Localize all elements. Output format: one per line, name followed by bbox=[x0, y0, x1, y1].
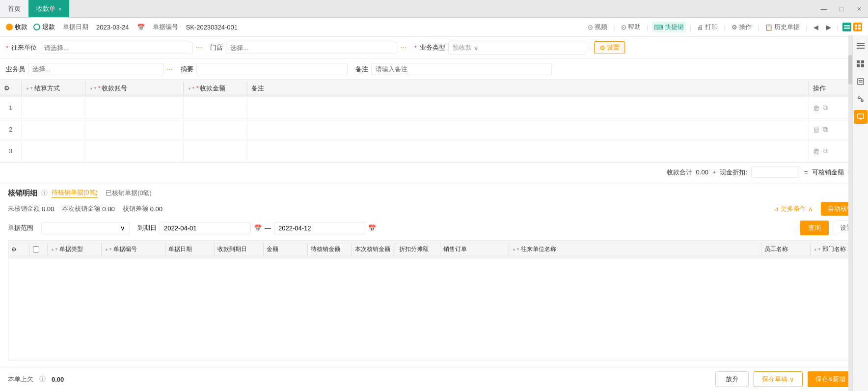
table-settings-header[interactable]: ⚙ bbox=[0, 82, 22, 95]
right-panel-btn-4[interactable] bbox=[854, 92, 868, 106]
shortcut-icon: ⌨ bbox=[654, 24, 663, 31]
copy-btn-2[interactable]: ⧉ bbox=[823, 125, 828, 134]
discount-input[interactable] bbox=[751, 167, 800, 178]
row-num-1: 1 bbox=[0, 97, 22, 118]
minimize-button[interactable]: — bbox=[815, 0, 833, 18]
partner-input[interactable] bbox=[40, 42, 193, 54]
svg-rect-9 bbox=[857, 48, 865, 49]
amount-cell-2[interactable] bbox=[184, 119, 247, 140]
home-tab-label: 首页 bbox=[8, 4, 21, 13]
receipt-radio[interactable]: 收款 bbox=[6, 23, 27, 31]
select-all-checkbox[interactable] bbox=[33, 246, 39, 252]
help-button[interactable]: ⊙ 帮助 bbox=[619, 22, 643, 32]
filter-chevron-icon: ∨ bbox=[120, 224, 125, 232]
date-from-input[interactable] bbox=[160, 222, 251, 234]
business-type-select[interactable]: 预收款 ∨ bbox=[448, 41, 586, 55]
entry-table: ⚙ ▲▼ 结算方式 ▲▼ * 收款账号 ▲▼ * 收款金额 备注 操作 bbox=[0, 80, 868, 163]
main-content: 收款 退款 单据日期 2023-03-24 📅 单据编号 SK-20230324… bbox=[0, 18, 868, 391]
tab-close-icon[interactable]: × bbox=[58, 6, 61, 12]
tab-home[interactable]: 首页 bbox=[0, 0, 28, 17]
remark-input[interactable] bbox=[371, 63, 552, 75]
maximize-button[interactable]: □ bbox=[833, 0, 850, 18]
account-cell-2[interactable] bbox=[85, 119, 184, 140]
scroll-thumb bbox=[848, 55, 852, 84]
store-field: 门店 ··· bbox=[210, 42, 407, 54]
query-button[interactable]: 查询 bbox=[800, 221, 829, 235]
right-panel-btn-1[interactable] bbox=[854, 39, 868, 53]
settlement-cell-2[interactable] bbox=[22, 119, 85, 140]
settlement-cell-3[interactable] bbox=[22, 140, 85, 162]
dt-settings-header[interactable]: ⚙ bbox=[8, 244, 30, 255]
bottom-info-icon[interactable]: ⓘ bbox=[39, 375, 46, 384]
info-icon[interactable]: ⓘ bbox=[41, 189, 48, 197]
svg-point-17 bbox=[858, 97, 860, 99]
remark-cell-3[interactable] bbox=[247, 140, 809, 162]
tab-receipt[interactable]: 收款单 × bbox=[28, 0, 69, 17]
refund-label: 退款 bbox=[42, 23, 55, 31]
video-icon: ⊙ bbox=[588, 24, 593, 31]
amount-cell-1[interactable] bbox=[184, 97, 247, 118]
calendar-from-icon[interactable]: 📅 bbox=[254, 224, 262, 232]
more-conditions[interactable]: ⊿ 更多条件 ∧ bbox=[773, 204, 813, 213]
amount-cell-3[interactable] bbox=[184, 140, 247, 162]
list-view-icon bbox=[842, 23, 851, 31]
remark-cell-1[interactable] bbox=[247, 97, 809, 118]
copy-btn-3[interactable]: ⧉ bbox=[823, 147, 828, 155]
row-num-3: 3 bbox=[0, 140, 22, 162]
right-toolbar: ⊙ 视频 | ⊙ 帮助 | ⌨ 快捷键 | 🖨 打印 | ⚙ 操作 bbox=[586, 22, 862, 32]
dt-order-header: 销售订单 bbox=[440, 243, 509, 256]
right-panel-btn-3[interactable] bbox=[854, 75, 868, 88]
scroll-indicator[interactable] bbox=[848, 35, 852, 391]
dt-number-header: ▲▼ 单据编号 bbox=[102, 243, 165, 256]
calendar-icon[interactable]: 📅 bbox=[137, 24, 145, 31]
store-input[interactable] bbox=[226, 42, 397, 54]
table-header: ⚙ ▲▼ 结算方式 ▲▼ * 收款账号 ▲▼ * 收款金额 备注 操作 bbox=[0, 80, 868, 97]
account-cell-3[interactable] bbox=[85, 140, 184, 162]
nav-prev[interactable]: ◀ bbox=[812, 23, 820, 32]
number-label: 单据编号 bbox=[153, 23, 178, 31]
date-to-input[interactable] bbox=[274, 222, 365, 234]
delete-btn-3[interactable]: 🗑 bbox=[813, 147, 820, 155]
right-panel-btn-2[interactable] bbox=[854, 57, 868, 71]
shortcut-button[interactable]: ⌨ 快捷键 bbox=[652, 22, 686, 32]
right-panel-btn-5[interactable] bbox=[854, 110, 868, 124]
save-draft-button[interactable]: 保存草稿 ∨ bbox=[754, 371, 803, 387]
operation-button[interactable]: ⚙ 操作 bbox=[730, 22, 754, 32]
calendar-to-icon[interactable]: 📅 bbox=[368, 224, 376, 232]
abandon-button[interactable]: 放弃 bbox=[715, 371, 749, 387]
account-cell-1[interactable] bbox=[85, 97, 184, 118]
refund-radio[interactable]: 退款 bbox=[33, 23, 55, 31]
remark-header: 备注 bbox=[247, 81, 809, 96]
partner-more-icon[interactable]: ··· bbox=[196, 43, 202, 52]
settlement-header: ▲▼ 结算方式 bbox=[22, 81, 85, 96]
store-more-icon[interactable]: ··· bbox=[400, 43, 407, 52]
unchecked-stat: 未核销金额 0.00 bbox=[8, 204, 54, 213]
dt-discount-header: 折扣分摊额 bbox=[396, 243, 440, 256]
summary-input[interactable] bbox=[196, 63, 348, 75]
video-button[interactable]: ⊙ 视频 bbox=[586, 22, 609, 32]
history-button[interactable]: 📋 历史单据 bbox=[763, 22, 802, 32]
date-label: 单据日期 bbox=[63, 23, 88, 31]
copy-btn-1[interactable]: ⧉ bbox=[823, 104, 828, 112]
print-button[interactable]: 🖨 打印 bbox=[695, 22, 720, 32]
close-button[interactable]: × bbox=[850, 0, 868, 18]
receipt-label: 收款 bbox=[15, 23, 27, 31]
remark-label: 备注 bbox=[355, 65, 368, 74]
summary-field: 摘要 bbox=[181, 63, 348, 75]
grid-view-icon[interactable] bbox=[853, 23, 862, 31]
right-panel bbox=[852, 35, 868, 391]
settlement-cell-1[interactable] bbox=[22, 97, 85, 118]
account-header: ▲▼ * 收款账号 bbox=[85, 81, 184, 96]
remark-cell-2[interactable] bbox=[247, 119, 809, 140]
delete-btn-1[interactable]: 🗑 bbox=[813, 104, 820, 112]
settings-button[interactable]: ⚙ 设置 bbox=[594, 41, 625, 54]
filter-select[interactable]: ∨ bbox=[41, 222, 130, 234]
svg-rect-11 bbox=[861, 60, 864, 63]
pending-tab[interactable]: 待核销单据(0笔) bbox=[52, 188, 98, 198]
employee-input[interactable] bbox=[28, 63, 163, 75]
nav-next[interactable]: ▶ bbox=[824, 23, 833, 32]
delete-btn-2[interactable]: 🗑 bbox=[813, 126, 820, 134]
done-tab[interactable]: 已核销单据(0笔) bbox=[106, 189, 152, 197]
employee-more-icon[interactable]: ··· bbox=[166, 65, 173, 74]
dt-check-header[interactable] bbox=[30, 244, 48, 255]
